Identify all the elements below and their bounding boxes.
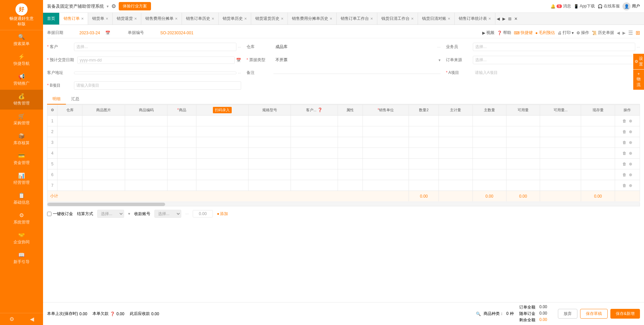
row-5-main-qty[interactable] <box>472 159 506 169</box>
tab-sales-invoice-history[interactable]: 销货单历史 ✕ <box>219 13 251 25</box>
copy-icon-7[interactable]: ⊕ <box>629 183 632 188</box>
delete-icon-4[interactable]: 🗑 <box>622 151 627 156</box>
b-project-input[interactable]: 请输入B项目 <box>74 81 241 90</box>
horizontal-scrollbar[interactable] <box>47 202 640 206</box>
note-input[interactable] <box>273 72 441 74</box>
a-project-input[interactable]: 请输入A项目 <box>473 69 640 77</box>
row-6-main-unit[interactable] <box>439 169 472 180</box>
copy-icon-3[interactable]: ⊕ <box>629 140 632 145</box>
row-7-qty2[interactable] <box>409 180 439 191</box>
row-6-qty2[interactable] <box>409 169 439 180</box>
tab-sales-invoice[interactable]: 销货单 ✕ <box>88 13 113 25</box>
add-logistics-btn[interactable]: + 物流 <box>633 70 644 90</box>
tab-expand[interactable]: ⊞ <box>507 16 513 21</box>
row-6-code[interactable] <box>125 169 167 180</box>
row-3-scan[interactable] <box>196 137 248 148</box>
trial-solution-btn[interactable]: 体验行业方案 <box>119 2 151 10</box>
row-4-warehouse[interactable] <box>58 148 82 159</box>
row-6-scan[interactable] <box>196 169 248 180</box>
row-5-available2[interactable] <box>540 159 581 169</box>
tab-prev[interactable]: ◀ <box>495 16 501 21</box>
row-7-spec[interactable] <box>248 180 291 191</box>
sidebar-item-sales[interactable]: 💰 销售管理 <box>0 90 43 110</box>
customer-dots[interactable]: ··· <box>238 45 241 49</box>
row-5-main-unit[interactable] <box>439 159 472 169</box>
row-6-available[interactable] <box>506 169 540 180</box>
row-5-attr[interactable] <box>338 159 363 169</box>
copy-icon-5[interactable]: ⊕ <box>629 162 632 166</box>
row-7-available2[interactable] <box>540 180 581 191</box>
nav-left[interactable]: ◀ <box>617 31 620 35</box>
address-input[interactable] <box>74 72 236 74</box>
row-7-current[interactable] <box>581 180 615 191</box>
row-4-available2[interactable] <box>540 148 581 159</box>
row-7-image[interactable] <box>82 180 125 191</box>
row-5-image[interactable] <box>82 159 125 169</box>
row-6-customer-code[interactable] <box>291 169 338 180</box>
row-4-attr[interactable] <box>338 148 363 159</box>
row-5-warehouse[interactable] <box>58 159 82 169</box>
app-download-btn[interactable]: 📱 App下载 <box>574 3 595 9</box>
row-3-qty2[interactable] <box>409 137 439 148</box>
sidebar-item-quicknav[interactable]: ⚡ 快捷导航 <box>0 50 43 70</box>
row-4-current[interactable] <box>581 148 615 159</box>
row-2-main-qty[interactable] <box>472 126 506 137</box>
tab-sales-return-history[interactable]: 销货退货历史 ✕ <box>251 13 288 25</box>
account-select[interactable]: 选择... <box>154 210 181 218</box>
row-3-available[interactable] <box>506 137 540 148</box>
row-1-spec[interactable] <box>248 116 291 126</box>
delete-icon-3[interactable]: 🗑 <box>622 140 627 145</box>
dropdown-icon[interactable]: ▾ <box>107 4 109 9</box>
shortcut-btn[interactable]: ⌨ 快捷键 <box>514 30 533 36</box>
row-7-unit[interactable] <box>363 180 409 191</box>
sidebar-item-system[interactable]: ⚙ 系统管理 <box>0 209 43 229</box>
row-5-customer-code[interactable] <box>291 159 338 169</box>
row-2-unit[interactable] <box>363 126 409 137</box>
delete-icon-5[interactable]: 🗑 <box>622 162 627 166</box>
row-4-qty2[interactable] <box>409 148 439 159</box>
tab-close-5[interactable]: ✕ <box>212 17 214 21</box>
row-2-warehouse[interactable] <box>58 126 82 137</box>
row-3-attr[interactable] <box>338 137 363 148</box>
settings-gear-btn[interactable]: ⚙ <box>111 3 116 9</box>
row-7-attr[interactable] <box>338 180 363 191</box>
row-3-main-unit[interactable] <box>439 137 472 148</box>
copy-icon-4[interactable]: ⊕ <box>629 151 632 156</box>
sidebar-item-basic[interactable]: 📋 基础信息 <box>0 189 43 209</box>
date-picker-icon[interactable]: 📅 <box>236 58 241 63</box>
row-1-current[interactable] <box>581 116 615 126</box>
row-6-product[interactable] <box>167 169 196 180</box>
row-2-available2[interactable] <box>540 126 581 137</box>
sidebar-item-enterprise[interactable]: 🤝 企业协同 <box>0 229 43 248</box>
tab-close-sales-order[interactable]: ✕ <box>81 17 84 21</box>
help-btn[interactable]: ❓ 帮助 <box>497 30 511 36</box>
sidebar-item-operations[interactable]: 📊 经营管理 <box>0 169 43 189</box>
row-7-product[interactable] <box>167 180 196 191</box>
quick-deposit-checkbox[interactable] <box>47 212 51 216</box>
print-dropdown-icon[interactable]: ▾ <box>572 31 574 35</box>
discard-btn[interactable]: 放弃 <box>558 309 577 319</box>
settings-btn[interactable]: ⚙ 设置 <box>633 54 644 69</box>
row-5-code[interactable] <box>125 159 167 169</box>
print-btn[interactable]: 🖨 打印 ▾ <box>558 30 574 36</box>
row-3-available2[interactable] <box>540 137 581 148</box>
tab-daily-clear-reconcile[interactable]: 钱货日清对账 ✕ <box>418 13 455 25</box>
row-4-image[interactable] <box>82 148 125 159</box>
tab-workbench[interactable]: 销售订单工作台 ✕ <box>337 13 377 25</box>
row-5-qty2[interactable] <box>409 159 439 169</box>
row-2-attr[interactable] <box>338 126 363 137</box>
row-6-warehouse[interactable] <box>58 169 82 180</box>
scan-input-btn[interactable]: 扫码录入 <box>213 107 232 113</box>
row-2-main-unit[interactable] <box>439 126 472 137</box>
row-3-image[interactable] <box>82 137 125 148</box>
nav-right[interactable]: ▶ <box>622 31 626 35</box>
row-6-available2[interactable] <box>540 169 581 180</box>
row-1-available[interactable] <box>506 116 540 126</box>
sidebar-item-finance[interactable]: 💳 资金管理 <box>0 149 43 169</box>
tab-close-11[interactable]: ✕ <box>448 17 450 21</box>
history-btn[interactable]: 📜 历史单据 <box>592 30 614 36</box>
address-dots[interactable]: ··· <box>238 71 241 75</box>
row-5-scan[interactable] <box>196 159 248 169</box>
row-1-unit[interactable] <box>363 116 409 126</box>
row-6-attr[interactable] <box>338 169 363 180</box>
